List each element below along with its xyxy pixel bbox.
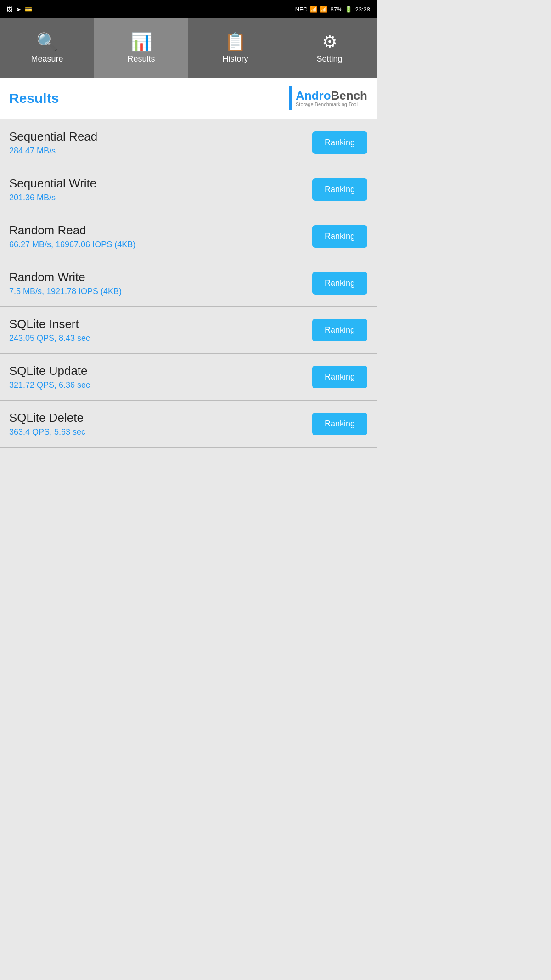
time-label: 23:28 bbox=[355, 6, 370, 13]
result-row: Random Read66.27 MB/s, 16967.06 IOPS (4K… bbox=[0, 213, 377, 260]
nfc-label: NFC bbox=[295, 6, 308, 13]
result-row: SQLite Update321.72 QPS, 6.36 secRanking bbox=[0, 354, 377, 401]
battery-label: 87% bbox=[330, 6, 342, 13]
tab-measure-label: Measure bbox=[31, 54, 63, 64]
result-value: 66.27 MB/s, 16967.06 IOPS (4KB) bbox=[9, 240, 135, 249]
result-info: Random Read66.27 MB/s, 16967.06 IOPS (4K… bbox=[9, 223, 135, 249]
ranking-button[interactable]: Ranking bbox=[312, 366, 367, 388]
header: Results AndroBench Storage Benchmarking … bbox=[0, 78, 377, 119]
logo-main-text: AndroBench bbox=[296, 90, 367, 102]
result-name: Random Write bbox=[9, 270, 122, 284]
signal-icon: 📶 bbox=[320, 6, 327, 13]
battery-icon: 🔋 bbox=[345, 6, 352, 13]
result-info: Sequential Write201.36 MB/s bbox=[9, 176, 96, 203]
logo-bar bbox=[289, 86, 292, 110]
result-info: Random Write7.5 MB/s, 1921.78 IOPS (4KB) bbox=[9, 270, 122, 296]
history-icon bbox=[225, 33, 246, 51]
status-bar-left: 🖼 ➤ 💳 bbox=[6, 6, 32, 13]
results-icon bbox=[130, 33, 152, 51]
tab-results[interactable]: Results bbox=[94, 18, 188, 78]
result-value: 284.47 MB/s bbox=[9, 146, 97, 156]
result-name: Sequential Write bbox=[9, 176, 96, 191]
logo-sub-text: Storage Benchmarking Tool bbox=[296, 102, 367, 107]
wifi-icon: 📶 bbox=[310, 6, 317, 13]
tab-history-label: History bbox=[222, 54, 248, 64]
result-name: SQLite Insert bbox=[9, 317, 90, 331]
result-name: SQLite Update bbox=[9, 364, 90, 378]
settings-icon bbox=[322, 33, 337, 51]
logo-andro: Andro bbox=[296, 89, 331, 102]
result-list: Sequential Read284.47 MB/sRankingSequent… bbox=[0, 119, 377, 448]
result-row: Sequential Read284.47 MB/sRanking bbox=[0, 119, 377, 166]
ranking-button[interactable]: Ranking bbox=[312, 131, 367, 154]
result-value: 201.36 MB/s bbox=[9, 193, 96, 203]
tab-history[interactable]: History bbox=[188, 18, 282, 78]
icon-arrow: ➤ bbox=[16, 6, 21, 13]
result-value: 7.5 MB/s, 1921.78 IOPS (4KB) bbox=[9, 287, 122, 296]
tab-measure[interactable]: Measure bbox=[0, 18, 94, 78]
page-title: Results bbox=[9, 91, 59, 106]
status-bar-right: NFC 📶 📶 87% 🔋 23:28 bbox=[295, 6, 370, 13]
measure-icon bbox=[36, 33, 58, 51]
result-value: 321.72 QPS, 6.36 sec bbox=[9, 380, 90, 390]
result-value: 363.4 QPS, 5.63 sec bbox=[9, 427, 85, 437]
result-info: SQLite Delete363.4 QPS, 5.63 sec bbox=[9, 411, 85, 437]
result-info: SQLite Update321.72 QPS, 6.36 sec bbox=[9, 364, 90, 390]
androbench-logo: AndroBench Storage Benchmarking Tool bbox=[289, 86, 367, 110]
result-row: Sequential Write201.36 MB/sRanking bbox=[0, 166, 377, 213]
result-name: Sequential Read bbox=[9, 130, 97, 144]
result-row: Random Write7.5 MB/s, 1921.78 IOPS (4KB)… bbox=[0, 260, 377, 307]
result-name: Random Read bbox=[9, 223, 135, 238]
tab-results-label: Results bbox=[127, 54, 155, 64]
result-info: Sequential Read284.47 MB/s bbox=[9, 130, 97, 156]
logo-bench: Bench bbox=[331, 89, 367, 102]
icon-card: 💳 bbox=[25, 6, 32, 13]
ranking-button[interactable]: Ranking bbox=[312, 272, 367, 295]
logo-text: AndroBench Storage Benchmarking Tool bbox=[296, 90, 367, 107]
result-name: SQLite Delete bbox=[9, 411, 85, 425]
ranking-button[interactable]: Ranking bbox=[312, 178, 367, 201]
tab-setting[interactable]: Setting bbox=[282, 18, 377, 78]
icon-image: 🖼 bbox=[6, 6, 12, 13]
ranking-button[interactable]: Ranking bbox=[312, 225, 367, 248]
result-row: SQLite Insert243.05 QPS, 8.43 secRanking bbox=[0, 307, 377, 354]
result-info: SQLite Insert243.05 QPS, 8.43 sec bbox=[9, 317, 90, 343]
nav-tabs: Measure Results History Setting bbox=[0, 18, 377, 78]
ranking-button[interactable]: Ranking bbox=[312, 319, 367, 341]
tab-setting-label: Setting bbox=[316, 54, 342, 64]
result-row: SQLite Delete363.4 QPS, 5.63 secRanking bbox=[0, 401, 377, 448]
ranking-button[interactable]: Ranking bbox=[312, 413, 367, 435]
status-bar: 🖼 ➤ 💳 NFC 📶 📶 87% 🔋 23:28 bbox=[0, 0, 377, 18]
result-value: 243.05 QPS, 8.43 sec bbox=[9, 334, 90, 343]
